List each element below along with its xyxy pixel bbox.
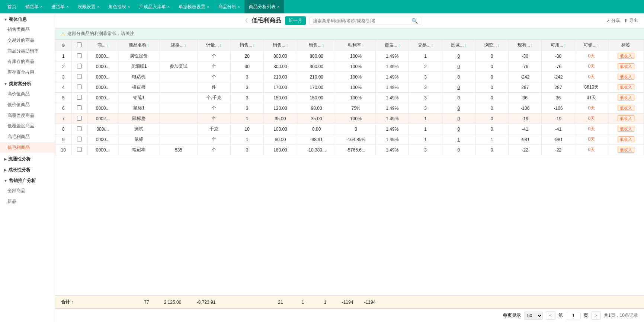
- nav-purchase[interactable]: 进货单 ×: [47, 0, 73, 13]
- sidebar-item-high-margin[interactable]: 高毛利商品: [0, 131, 55, 142]
- cell-view1[interactable]: 0: [442, 51, 475, 61]
- nav-permissions-close[interactable]: ×: [97, 4, 99, 9]
- view1-link[interactable]: 0: [457, 116, 460, 121]
- col-view1[interactable]: 浏览...↕: [442, 40, 475, 51]
- row-checkbox[interactable]: [77, 64, 82, 68]
- nav-permissions[interactable]: 权限设置 ×: [73, 0, 104, 13]
- col-sale-price[interactable]: 销售...↕: [264, 40, 297, 51]
- nav-sales-close[interactable]: ×: [40, 4, 42, 9]
- col-sale-amount[interactable]: 销售...↕: [297, 40, 336, 51]
- cell-view1[interactable]: 0: [442, 114, 475, 124]
- col-checkbox[interactable]: [71, 40, 87, 51]
- cell-view1[interactable]: 0: [442, 82, 475, 93]
- prev-page-button[interactable]: ＜: [546, 311, 555, 320]
- sidebar-item-sales-goods[interactable]: 销售类商品: [0, 24, 55, 35]
- page-number-input[interactable]: [566, 312, 581, 319]
- cell-checkbox[interactable]: [71, 134, 87, 145]
- view1-link[interactable]: 0: [457, 74, 460, 80]
- search-input[interactable]: [313, 18, 411, 23]
- cell-view1[interactable]: 0: [442, 93, 475, 103]
- sidebar-group-circulation[interactable]: ▶ 流通性分析: [0, 153, 55, 164]
- cell-checkbox[interactable]: [71, 145, 87, 155]
- col-gross-rate[interactable]: 毛利率↕: [336, 40, 375, 51]
- sidebar-item-stock-funds[interactable]: 库存资金占用: [0, 67, 55, 78]
- table-container[interactable]: ⚙ 商...↕ 商品名称↕ 规格...↕ 计量...↕ 销售...↕ 销售...…: [55, 39, 644, 295]
- view1-link[interactable]: 0: [457, 95, 460, 101]
- nav-product-analysis-list-close[interactable]: ×: [277, 4, 279, 9]
- view1-link[interactable]: 0: [457, 106, 460, 111]
- cell-view1[interactable]: 1: [442, 134, 475, 145]
- next-page-button[interactable]: ＞: [591, 311, 601, 320]
- view1-link[interactable]: 0: [457, 54, 460, 59]
- nav-roles-close[interactable]: ×: [128, 4, 130, 9]
- row-checkbox[interactable]: [77, 53, 82, 58]
- sidebar-item-low-value[interactable]: 低价值商品: [0, 99, 55, 110]
- col-sellable[interactable]: 可销...↕: [575, 40, 608, 51]
- col-trade[interactable]: 交易...↕: [409, 40, 442, 51]
- view1-link[interactable]: 1: [457, 137, 460, 142]
- nav-purchase-close[interactable]: ×: [66, 4, 68, 9]
- sidebar-item-low-coverage[interactable]: 低覆盖度商品: [0, 121, 55, 131]
- col-name[interactable]: 商品名称↕: [118, 40, 160, 51]
- sidebar-item-high-coverage[interactable]: 高覆盖度商品: [0, 110, 55, 121]
- per-page-select[interactable]: 10 20 50 100: [524, 312, 543, 320]
- share-button[interactable]: ↗ 分享: [606, 17, 620, 24]
- row-checkbox[interactable]: [77, 126, 82, 131]
- nav-sales[interactable]: 销货单 ×: [21, 0, 47, 13]
- row-checkbox[interactable]: [77, 74, 82, 79]
- cell-checkbox[interactable]: [71, 51, 87, 61]
- nav-roles[interactable]: 角色授权 ×: [104, 0, 134, 13]
- export-button[interactable]: ⬆ 导出: [624, 17, 638, 24]
- nav-template-close[interactable]: ×: [207, 4, 209, 9]
- cell-view1[interactable]: 0: [442, 103, 475, 114]
- col-spec[interactable]: 规格...↕: [160, 40, 197, 51]
- nav-product-entry[interactable]: 产成品入库单 ×: [135, 0, 174, 13]
- sidebar-item-high-value[interactable]: 高价值商品: [0, 89, 55, 99]
- sidebar-collapse-btn[interactable]: 《: [243, 17, 248, 24]
- sidebar-group-overall[interactable]: ▼ 整体信息: [0, 13, 55, 24]
- row-checkbox[interactable]: [77, 116, 82, 121]
- row-checkbox[interactable]: [77, 105, 82, 110]
- sidebar-item-low-margin[interactable]: 低毛利商品: [0, 142, 55, 153]
- view1-link[interactable]: 0: [457, 147, 460, 153]
- col-settings[interactable]: ⚙: [55, 40, 72, 51]
- col-unit[interactable]: 计量...↕: [197, 40, 230, 51]
- cell-view1[interactable]: 0: [442, 72, 475, 82]
- view1-link[interactable]: 0: [457, 127, 460, 132]
- cell-checkbox[interactable]: [71, 61, 87, 72]
- sidebar-group-marketing[interactable]: ▼ 营销推广分析: [0, 175, 55, 185]
- row-checkbox[interactable]: [77, 137, 82, 141]
- col-view2[interactable]: 浏览...↕: [475, 40, 508, 51]
- date-filter-button[interactable]: 近一月: [285, 16, 306, 25]
- nav-product-entry-close[interactable]: ×: [167, 4, 170, 9]
- nav-product-analysis-close[interactable]: ×: [238, 4, 240, 9]
- sidebar-item-stock-goods[interactable]: 有库存的商品: [0, 56, 55, 67]
- sidebar-item-category-rate[interactable]: 商品分类助销率: [0, 46, 55, 57]
- cell-view1[interactable]: 0: [442, 61, 475, 72]
- sidebar-item-new-goods[interactable]: 新品: [0, 196, 55, 207]
- nav-product-analysis[interactable]: 商品分析 ×: [214, 0, 244, 13]
- row-checkbox[interactable]: [77, 85, 82, 89]
- view1-link[interactable]: 0: [457, 85, 460, 90]
- cell-checkbox[interactable]: [71, 114, 87, 124]
- cell-checkbox[interactable]: [71, 82, 87, 93]
- col-available[interactable]: 可用...↕: [542, 40, 575, 51]
- select-all-checkbox[interactable]: [77, 42, 82, 47]
- search-icon[interactable]: 🔍: [411, 18, 418, 24]
- col-coverage[interactable]: 覆盖...↕: [376, 40, 409, 51]
- nav-product-analysis-list[interactable]: 商品分析列表 ×: [244, 0, 284, 13]
- cell-view1[interactable]: 0: [442, 124, 475, 134]
- sidebar-item-all-goods[interactable]: 全部商品: [0, 185, 55, 196]
- sidebar-group-growth[interactable]: ▶ 成长性分析: [0, 164, 55, 175]
- view1-link[interactable]: 0: [457, 64, 460, 69]
- sidebar-item-traded-goods[interactable]: 交易过的商品: [0, 35, 55, 46]
- sidebar-group-wealth[interactable]: ▼ 类财富分析: [0, 78, 55, 89]
- cell-checkbox[interactable]: [71, 124, 87, 134]
- nav-template[interactable]: 单据模板设置 ×: [174, 0, 214, 13]
- row-checkbox[interactable]: [77, 95, 82, 100]
- col-sale-qty[interactable]: 销售...↕: [231, 40, 264, 51]
- nav-home[interactable]: 首页: [3, 0, 21, 13]
- cell-view1[interactable]: 0: [442, 145, 475, 155]
- cell-checkbox[interactable]: [71, 103, 87, 114]
- cell-checkbox[interactable]: [71, 72, 87, 82]
